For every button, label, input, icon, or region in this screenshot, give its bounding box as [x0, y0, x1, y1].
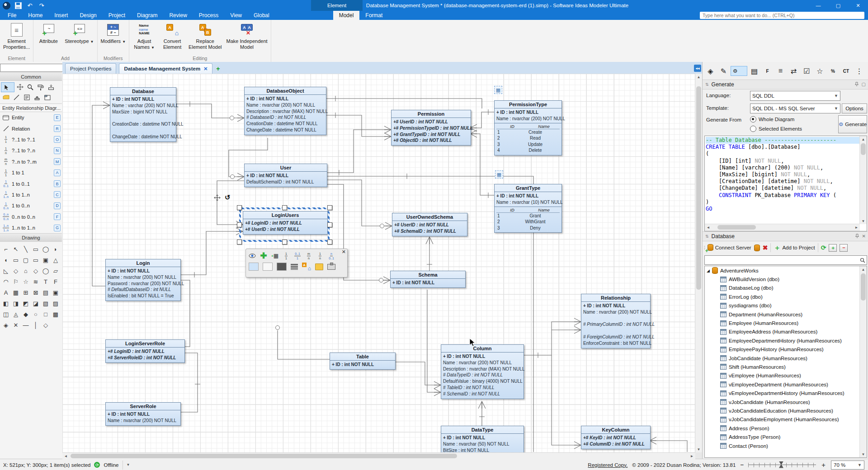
- entity-relationship[interactable]: Relationship+ ID : int NOT NULLName : nv…: [581, 294, 651, 348]
- toolbox-item-1-n-to-1-n[interactable]: 1..n1..n1..n to 1..nG: [0, 222, 62, 233]
- tree-item[interactable]: ErrorLog (dbo): [705, 292, 867, 301]
- table-marker-icon[interactable]: ▦: [494, 86, 502, 94]
- field-template-icon[interactable]: F: [761, 65, 774, 77]
- entity-login[interactable]: Login+ ID : int NOT NULLName : nvarchar …: [105, 259, 181, 301]
- tree-item[interactable]: vJobCandidate (HumanResources): [705, 398, 867, 406]
- ribbon-tab-home[interactable]: Home: [22, 11, 48, 20]
- zoom-slider[interactable]: [748, 463, 816, 467]
- document-tab-project-properties[interactable]: Project Properties: [65, 63, 116, 74]
- ribbon-tab-project[interactable]: Project: [103, 11, 131, 20]
- drawing-tool-icon-3[interactable]: ▭: [31, 244, 41, 254]
- sql-horizontal-scrollbar[interactable]: ◄ ►: [705, 224, 860, 231]
- drawing-tool-icon-12[interactable]: ◺: [1, 265, 11, 276]
- drawing-tool-icon-32[interactable]: ◩: [21, 298, 31, 309]
- shape-icon[interactable]: [1, 93, 11, 102]
- relationship-line[interactable]: [552, 355, 581, 445]
- app-logo-icon[interactable]: [2, 1, 11, 10]
- insert-icon[interactable]: [46, 82, 56, 92]
- tree-item[interactable]: sysdiagrams (dbo): [705, 301, 867, 310]
- toolbox-section-drawing[interactable]: Drawing: [0, 233, 62, 242]
- selection-handle[interactable]: [282, 205, 287, 210]
- ribbon-tab-diagram[interactable]: Diagram: [131, 11, 163, 20]
- overflow-icon[interactable]: ⋮: [853, 65, 865, 77]
- relationship-line[interactable]: [175, 104, 244, 118]
- drawing-tool-icon-16[interactable]: ◯: [41, 265, 51, 276]
- tree-item[interactable]: vEmployee (HumanResources): [705, 371, 867, 380]
- move-tool-icon[interactable]: [214, 194, 221, 202]
- stereotype-button[interactable]: «»+Stereotype ▼: [62, 21, 96, 46]
- scroll-right-icon[interactable]: ►: [853, 224, 860, 230]
- drawing-tool-icon-23[interactable]: F: [51, 276, 61, 287]
- toolbox-item-1-to-1-n[interactable]: 11..n1 to 1..nC: [0, 189, 62, 200]
- new-tab-button[interactable]: +: [216, 65, 220, 72]
- entity-column[interactable]: Column+ ID : int NOT NULLName : nvarchar…: [441, 344, 524, 399]
- element-properties--button[interactable]: ≡ElementProperties...: [1, 21, 32, 50]
- entity-permissiontype[interactable]: PermissionType+ ID : int NOT NULLName : …: [494, 100, 562, 155]
- tree-item[interactable]: Address (Person): [705, 424, 867, 432]
- options-button[interactable]: Options: [842, 103, 867, 113]
- ribbon-tab-view[interactable]: View: [224, 11, 248, 20]
- roller-icon[interactable]: [36, 82, 46, 92]
- drawing-tool-icon-10[interactable]: ▣: [41, 254, 51, 265]
- selection-handle[interactable]: [282, 240, 287, 244]
- ribbon-tab-review[interactable]: Review: [163, 11, 193, 20]
- undo-icon[interactable]: ↶: [25, 1, 34, 10]
- entity-loginserverrole[interactable]: LoginServerRole+# LoginID : int NOT NULL…: [105, 339, 185, 363]
- ribbon-tab-file[interactable]: File: [2, 11, 22, 20]
- drawing-tool-icon-6[interactable]: ◖: [1, 254, 11, 265]
- radio-selected-elements[interactable]: Selected Elements: [750, 126, 802, 132]
- eye-icon[interactable]: [249, 252, 256, 260]
- entity-table[interactable]: Table+ ID : int NOT NULL: [330, 352, 396, 370]
- zoom-icon[interactable]: [25, 82, 35, 92]
- drawing-tool-icon-8[interactable]: ▢: [21, 254, 31, 265]
- move-icon[interactable]: [15, 82, 25, 92]
- symbols-icon[interactable]: %: [827, 65, 839, 77]
- diagram-canvas[interactable]: Database+ ID : int NOT NULLName : varcha…: [62, 74, 695, 452]
- toolbox-item--1-to-1[interactable]: 11?..1 to ?..1O: [0, 134, 62, 145]
- status-dropdown-icon[interactable]: ▼: [127, 463, 130, 467]
- printer-icon[interactable]: ▤: [748, 65, 760, 77]
- drawing-tool-icon-35[interactable]: ▨: [51, 298, 61, 309]
- drawing-tool-icon-20[interactable]: ☆: [21, 276, 31, 287]
- entity-database[interactable]: Database+ ID : int NOT NULLName : varcha…: [110, 87, 176, 142]
- tree-item[interactable]: Contact (Person): [705, 442, 867, 450]
- toolbar-grip[interactable]: ⁞: [704, 245, 705, 250]
- drawing-tool-icon-33[interactable]: ◪: [31, 298, 41, 309]
- toolbox-section-er[interactable]: Entity Relationship Diagr...: [0, 103, 62, 112]
- toolbox-section-common[interactable]: Common: [0, 72, 62, 81]
- toolbox-item-entity[interactable]: EntityE: [0, 112, 62, 123]
- tree-item[interactable]: Employee (HumanResources): [705, 319, 867, 327]
- drawing-tool-icon-41[interactable]: ▩: [51, 309, 61, 320]
- lines-icon[interactable]: [291, 263, 298, 271]
- drawing-tool-icon-5[interactable]: ◗: [51, 244, 61, 254]
- ribbon-tab-format[interactable]: Format: [359, 11, 388, 20]
- close-button[interactable]: ✕: [848, 0, 868, 11]
- scroll-down-icon[interactable]: ▼: [860, 218, 867, 224]
- checklist-icon[interactable]: ☑: [801, 65, 813, 77]
- relationship-line[interactable]: [326, 130, 391, 173]
- connect-server-button[interactable]: + Connect Server: [708, 244, 751, 252]
- entity-databaseobject[interactable]: DatabaseObject+ ID : int NOT NULLName : …: [244, 87, 326, 135]
- entity-keycolumn[interactable]: KeyColumn+# KeyID : int NOT NULL+# Colum…: [581, 426, 651, 449]
- scroll-up-icon[interactable]: ▲: [695, 74, 702, 80]
- selection-handle[interactable]: [327, 240, 332, 244]
- plus-icon[interactable]: ✚: [260, 252, 267, 260]
- layers-icon[interactable]: ≡: [774, 65, 787, 77]
- language-select[interactable]: SQL DDL▼: [750, 91, 840, 101]
- drawing-tool-icon-36[interactable]: ◫: [1, 309, 11, 320]
- scroll-right-icon[interactable]: ►: [689, 453, 695, 459]
- drawing-tool-icon-19[interactable]: ⚐: [11, 276, 21, 287]
- selection-handle[interactable]: [237, 205, 242, 210]
- tree-item[interactable]: EmployeeDepartmentHistory (HumanResource…: [705, 336, 867, 345]
- close-icon[interactable]: ✕: [342, 249, 346, 255]
- cardinality-m-n[interactable]: mn: [305, 252, 312, 260]
- scroll-left-icon[interactable]: ◄: [62, 453, 69, 459]
- drawing-tool-icon-29[interactable]: ▣: [51, 287, 61, 298]
- generate-gear-icon[interactable]: ⚙: [731, 66, 747, 76]
- drawing-tool-icon-24[interactable]: A: [1, 287, 11, 298]
- drawing-tool-icon-13[interactable]: ◇: [11, 265, 21, 276]
- tree-item[interactable]: vEmployeeDepartmentHistory (HumanResourc…: [705, 389, 867, 397]
- tree-item[interactable]: EmployeePayHistory (HumanResources): [705, 345, 867, 354]
- scroll-up-icon[interactable]: ▲: [860, 136, 867, 142]
- tree-item[interactable]: AddressType (Person): [705, 432, 867, 441]
